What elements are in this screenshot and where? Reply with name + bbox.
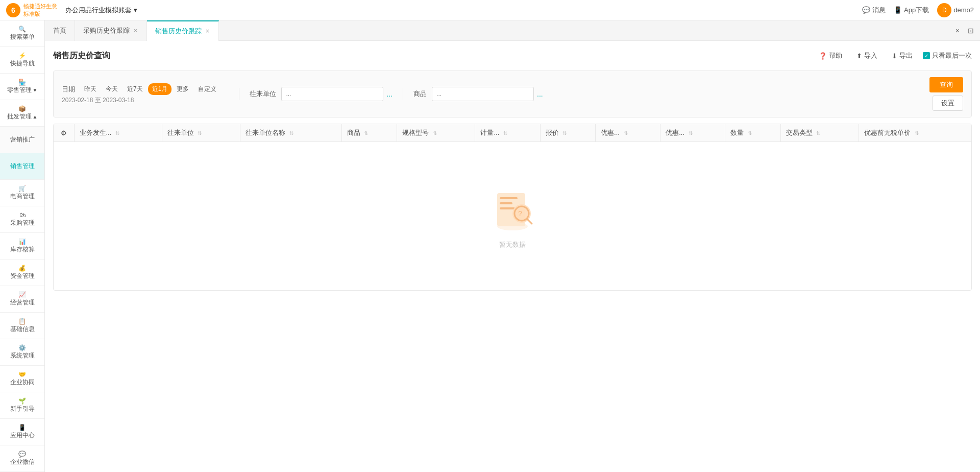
sidebar-item-marketing[interactable]: 营销推广: [0, 127, 44, 153]
close-all-tabs-btn[interactable]: ×: [953, 25, 962, 37]
sidebar-item-search[interactable]: 🔍 搜索菜单: [0, 20, 44, 47]
sidebar-item-basics[interactable]: 📋 基础信息: [0, 313, 44, 339]
date-today[interactable]: 今天: [102, 83, 122, 95]
sidebar-item-purchase[interactable]: 🛍 采购管理: [0, 206, 44, 233]
filter-area: 日期 昨天 今天 近7天 近1月 更多 自定义 2023-02-18 至 202…: [53, 70, 972, 117]
search-icon: 🔍: [18, 26, 26, 33]
expand-icon: ▼: [33, 87, 38, 93]
table-header-row: ⚙ 业务发生... ⇅ 往来单位 ⇅: [54, 124, 971, 142]
sort-icon: ⇅: [689, 130, 693, 136]
tab-bar: 首页 采购历史价跟踪 × 销售历史价跟踪 × × ⊡: [45, 20, 980, 41]
app-download-btn[interactable]: 📱 App下载: [894, 6, 929, 15]
gear-icon[interactable]: ⚙: [61, 129, 67, 137]
date-custom[interactable]: 自定义: [194, 83, 220, 95]
svg-line-7: [527, 219, 532, 224]
sidebar-item-wechat[interactable]: 💬 企业微信: [0, 445, 44, 472]
operations-icon: 📈: [18, 291, 26, 298]
product-filter: 商品 ...: [413, 87, 543, 101]
top-bar: 6 畅捷通好生意 标准版 办公用品行业模拟账套 ▾ 💬 消息 📱 App下载 D…: [0, 0, 980, 20]
sidebar-item-ecommerce[interactable]: 🛒 电商管理: [0, 180, 44, 206]
data-table: ⚙ 业务发生... ⇅ 往来单位 ⇅: [54, 124, 971, 142]
sidebar-item-finance[interactable]: 💰 资金管理: [0, 259, 44, 286]
filter-sep-2: [403, 88, 403, 100]
svg-text:?: ?: [518, 209, 522, 218]
sort-icon: ⇅: [562, 130, 567, 136]
export-icon: ⬇: [892, 52, 897, 60]
sidebar: 🔍 搜索菜单 ⚡ 快捷导航 🏪 零售管理 ▼ 📦 批发管理 ▲ 营销推广 销售管: [0, 20, 45, 472]
avatar: D: [937, 3, 951, 17]
help-btn[interactable]: ❓ 帮助: [815, 49, 846, 62]
chevron-down-icon: ▾: [134, 6, 137, 14]
col-quote[interactable]: 报价 ⇅: [540, 124, 595, 142]
counterpart-select-btn[interactable]: ...: [386, 90, 393, 98]
help-icon: ❓: [819, 52, 827, 60]
date-more[interactable]: 更多: [173, 83, 193, 95]
import-btn[interactable]: ⬆ 导入: [852, 49, 881, 62]
export-btn[interactable]: ⬇ 导出: [888, 49, 917, 62]
date-1month[interactable]: 近1月: [148, 83, 172, 95]
sort-icon: ⇅: [433, 130, 437, 136]
app-selector[interactable]: 办公用品行业模拟账套 ▾: [61, 4, 141, 17]
product-label: 商品: [413, 89, 427, 99]
col-counterpart-name[interactable]: 往来单位名称 ⇅: [240, 124, 341, 142]
import-icon: ⬆: [856, 52, 862, 60]
counterpart-label: 往来单位: [250, 89, 276, 99]
col-quantity[interactable]: 数量 ⇅: [725, 124, 780, 142]
col-discount2[interactable]: 优惠... ⇅: [660, 124, 725, 142]
content-area: 首页 采购历史价跟踪 × 销售历史价跟踪 × × ⊡ 销售历史价查询: [45, 20, 980, 472]
svg-rect-4: [500, 207, 515, 209]
sort-icon: ⇅: [364, 130, 368, 136]
sidebar-item-apps[interactable]: 📱 应用中心: [0, 419, 44, 445]
page-content: 销售历史价查询 ❓ 帮助 ⬆ 导入 ⬇ 导出 ✓: [45, 41, 980, 472]
sidebar-item-inventory[interactable]: 📊 库存核算: [0, 233, 44, 259]
sidebar-item-newcomer[interactable]: 🌱 新手引导: [0, 392, 44, 419]
tab-close-sales[interactable]: ×: [205, 27, 210, 36]
col-pre-tax-price[interactable]: 优惠前无税单价 ⇅: [859, 124, 971, 142]
date-7days[interactable]: 近7天: [123, 83, 147, 95]
col-counterpart[interactable]: 往来单位 ⇅: [162, 124, 240, 142]
retail-icon: 🏪: [18, 79, 26, 86]
col-product[interactable]: 商品 ⇅: [341, 124, 397, 142]
restore-tab-btn[interactable]: ⊡: [966, 25, 976, 37]
sidebar-item-system[interactable]: ⚙️ 系统管理: [0, 339, 44, 366]
only-last-checkbox[interactable]: ✓ 只看最后一次: [923, 51, 972, 60]
enterprise-icon: 🤝: [18, 371, 26, 378]
sidebar-item-sales-mgmt[interactable]: 销售管理: [0, 153, 44, 180]
message-btn[interactable]: 💬 消息: [862, 6, 886, 15]
user-menu[interactable]: D demo2: [937, 3, 974, 17]
col-spec[interactable]: 规格型号 ⇅: [397, 124, 475, 142]
col-biz-date[interactable]: 业务发生... ⇅: [74, 124, 162, 142]
sidebar-item-enterprise[interactable]: 🤝 企业协同: [0, 366, 44, 392]
sidebar-item-wholesale[interactable]: 📦 批发管理 ▲: [0, 100, 44, 127]
counterpart-input[interactable]: [281, 87, 383, 101]
date-yesterday[interactable]: 昨天: [80, 83, 101, 95]
search-btn[interactable]: 查询: [929, 77, 963, 92]
logo-area: 6 畅捷通好生意 标准版: [6, 3, 57, 17]
col-discount1[interactable]: 优惠... ⇅: [596, 124, 660, 142]
empty-icon: ?: [487, 183, 538, 234]
col-transaction-type[interactable]: 交易类型 ⇅: [780, 124, 859, 142]
sidebar-item-quick-nav[interactable]: ⚡ 快捷导航: [0, 47, 44, 74]
col-unit[interactable]: 计量... ⇅: [475, 124, 540, 142]
product-input[interactable]: [432, 87, 534, 101]
tab-home[interactable]: 首页: [45, 20, 75, 41]
table-container: ⚙ 业务发生... ⇅ 往来单位 ⇅: [53, 124, 972, 291]
date-range: 2023-02-18 至 2023-03-18: [62, 96, 134, 105]
empty-text: 暂无数据: [499, 240, 526, 249]
date-label: 日期: [62, 85, 75, 94]
newcomer-icon: 🌱: [18, 397, 26, 405]
sidebar-item-operations[interactable]: 📈 经营管理: [0, 286, 44, 313]
system-icon: ⚙️: [18, 344, 26, 351]
download-icon: 📱: [894, 6, 902, 14]
tab-purchase-history[interactable]: 采购历史价跟踪 ×: [75, 20, 147, 41]
wechat-icon: 💬: [18, 451, 26, 458]
settings-btn[interactable]: 设置: [933, 96, 963, 111]
product-select-btn[interactable]: ...: [537, 90, 543, 98]
tab-close-purchase[interactable]: ×: [133, 26, 138, 35]
col-gear: ⚙: [54, 124, 74, 142]
sort-icon: ⇅: [624, 130, 628, 136]
page-title: 销售历史价查询: [53, 51, 110, 61]
sidebar-item-retail[interactable]: 🏪 零售管理 ▼: [0, 74, 44, 100]
tab-sales-history[interactable]: 销售历史价跟踪 ×: [147, 20, 219, 41]
sort-icon: ⇅: [115, 130, 119, 136]
